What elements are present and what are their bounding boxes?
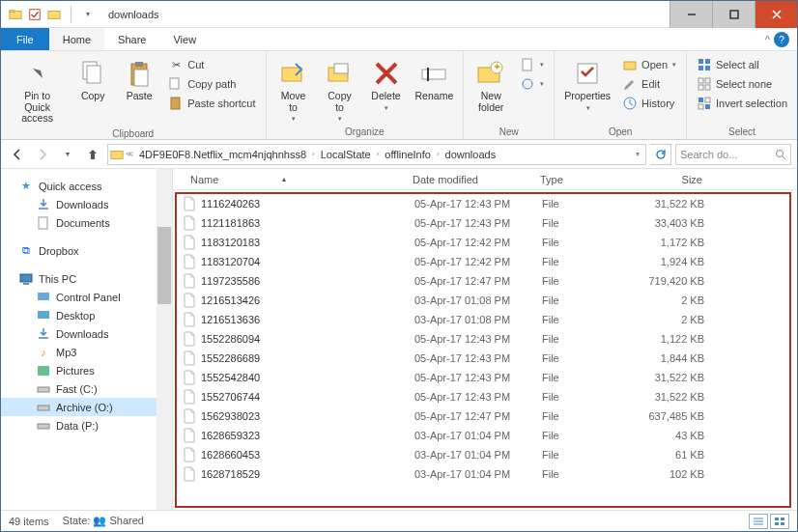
sidebar-data-drive[interactable]: Data (P:) — [1, 416, 172, 434]
copy-to-button[interactable]: Copy to▾ — [319, 56, 361, 125]
col-name[interactable]: Name▴ — [173, 174, 413, 185]
view-large-button[interactable] — [770, 514, 789, 529]
select-none-button[interactable]: Select none — [693, 75, 791, 93]
file-row[interactable]: 155270674405-Apr-17 12:43 PMFile31,522 K… — [177, 387, 789, 406]
file-row[interactable]: 119723558605-Apr-17 12:47 PMFile719,420 … — [177, 271, 789, 291]
sidebar-dropbox[interactable]: ⧉Dropbox — [1, 241, 172, 260]
file-row[interactable]: 162866045303-Apr-17 01:04 PMFile61 KB — [177, 445, 789, 464]
copy-icon — [77, 58, 108, 89]
forward-button[interactable] — [32, 144, 53, 165]
path-box[interactable]: ≪ 4DF9E0F8.Netflix_mcm4njqhnhss8› LocalS… — [107, 144, 646, 165]
cut-button[interactable]: ✂Cut — [164, 56, 259, 73]
dropdown-qa-icon[interactable]: ▾ — [81, 8, 95, 21]
properties-button[interactable]: Properties▾ — [560, 56, 614, 114]
sidebar-downloads[interactable]: Downloads📌 — [1, 195, 172, 213]
up-button[interactable] — [82, 144, 103, 165]
minimize-button[interactable] — [670, 1, 712, 28]
copy-path-button[interactable]: Copy path — [164, 75, 259, 93]
file-row[interactable]: 112118186305-Apr-17 12:43 PMFile33,403 K… — [177, 213, 789, 233]
file-row[interactable]: 111624026305-Apr-17 12:43 PMFile31,522 K… — [177, 194, 789, 213]
file-row[interactable]: 155228668905-Apr-17 12:43 PMFile1,844 KB — [177, 349, 789, 368]
paste-shortcut-button[interactable]: Paste shortcut — [164, 95, 259, 112]
sidebar-documents[interactable]: Documents📌 — [1, 213, 172, 232]
file-row[interactable]: 162865932303-Apr-17 01:04 PMFile43 KB — [177, 426, 789, 445]
sidebar-fast-drive[interactable]: Fast (C:) — [1, 379, 172, 398]
col-size[interactable]: Size — [623, 174, 720, 185]
svg-rect-55 — [775, 522, 779, 525]
file-row[interactable]: 156293802305-Apr-17 12:47 PMFile637,485 … — [177, 406, 789, 426]
file-row[interactable]: 118312018305-Apr-17 12:42 PMFile1,172 KB — [177, 233, 789, 252]
file-row[interactable]: 121651363603-Apr-17 01:08 PMFile2 KB — [177, 310, 789, 329]
back-button[interactable] — [7, 144, 28, 165]
svg-rect-35 — [705, 104, 710, 109]
tab-view[interactable]: View — [159, 28, 210, 50]
file-type: File — [542, 294, 625, 306]
path-seg-3[interactable]: downloads — [442, 149, 500, 160]
file-size: 31,522 KB — [625, 391, 722, 403]
sidebar-downloads2[interactable]: Downloads — [1, 324, 172, 343]
svg-rect-7 — [87, 66, 100, 83]
file-menu[interactable]: File — [1, 28, 49, 50]
delete-button[interactable]: Delete▾ — [365, 56, 408, 114]
open-button[interactable]: Open▾ — [618, 56, 680, 73]
path-seg-1[interactable]: LocalState — [317, 149, 375, 160]
new-folder-button[interactable]: ✦ New folder — [470, 56, 512, 115]
file-icon — [183, 312, 196, 327]
sidebar-archive-drive[interactable]: Archive (O:) — [1, 398, 172, 416]
invert-selection-button[interactable]: Invert selection — [693, 95, 791, 112]
file-icon — [183, 254, 196, 269]
file-name: 1183120704 — [201, 256, 260, 267]
col-date[interactable]: Date modified — [413, 174, 540, 185]
view-details-button[interactable] — [749, 514, 768, 529]
file-icon — [183, 408, 196, 424]
help-icon[interactable]: ? — [774, 32, 789, 47]
move-to-button[interactable]: Move to▾ — [272, 56, 315, 125]
tab-share[interactable]: Share — [104, 28, 159, 50]
file-row[interactable]: 155228609405-Apr-17 12:43 PMFile1,122 KB — [177, 329, 789, 349]
tab-home[interactable]: Home — [49, 28, 104, 50]
search-input[interactable]: Search do... — [675, 144, 791, 165]
svg-rect-29 — [705, 66, 710, 70]
path-seg-2[interactable]: offlineInfo — [381, 149, 435, 160]
col-type[interactable]: Type — [540, 174, 623, 185]
close-button[interactable] — [755, 1, 797, 28]
recent-button[interactable]: ▾ — [57, 144, 78, 165]
sidebar-mp3[interactable]: ♪Mp3 — [1, 343, 172, 361]
refresh-button[interactable] — [650, 144, 671, 165]
sidebar-scrollbar[interactable] — [157, 169, 172, 510]
file-list[interactable]: 111624026305-Apr-17 12:43 PMFile31,522 K… — [177, 194, 789, 506]
qa-save-icon[interactable] — [28, 8, 42, 21]
new-item-button[interactable]: ▾ — [516, 56, 548, 73]
svg-rect-47 — [38, 387, 49, 392]
file-date: 05-Apr-17 12:43 PM — [414, 333, 542, 345]
maximize-button[interactable] — [712, 1, 755, 28]
path-seg-0[interactable]: 4DF9E0F8.Netflix_mcm4njqhnhss8 — [135, 149, 310, 160]
file-size: 102 KB — [625, 468, 722, 480]
paste-button[interactable]: Paste — [118, 56, 160, 104]
file-type: File — [542, 237, 625, 248]
sidebar-pictures[interactable]: Pictures — [1, 361, 172, 379]
file-name: 1116240263 — [201, 198, 260, 210]
sidebar-desktop[interactable]: Desktop — [1, 306, 172, 324]
file-row[interactable]: 121651342603-Apr-17 01:08 PMFile2 KB — [177, 291, 789, 310]
sidebar-this-pc[interactable]: This PC — [1, 269, 172, 288]
paste-icon — [124, 58, 155, 89]
easy-access-button[interactable]: ▾ — [516, 75, 548, 93]
file-row[interactable]: 162871852903-Apr-17 01:04 PMFile102 KB — [177, 464, 789, 484]
sidebar-quick-access[interactable]: ★Quick access — [1, 177, 172, 195]
pin-quick-access-button[interactable]: Pin to Quick access — [7, 56, 68, 126]
documents-icon — [36, 215, 51, 231]
qa-folder-icon[interactable] — [47, 8, 61, 21]
sidebar-control-panel[interactable]: Control Panel — [1, 288, 172, 306]
copy-button[interactable]: Copy — [71, 56, 114, 104]
collapse-ribbon-icon[interactable]: ^ — [765, 34, 770, 45]
file-date: 05-Apr-17 12:42 PM — [414, 237, 542, 248]
group-clipboard-label: Clipboard — [7, 126, 260, 141]
rename-button[interactable]: Rename — [412, 56, 458, 104]
file-icon — [183, 370, 196, 385]
history-button[interactable]: History — [618, 95, 680, 112]
select-all-button[interactable]: Select all — [693, 56, 791, 73]
edit-button[interactable]: Edit — [618, 75, 680, 93]
file-row[interactable]: 118312070405-Apr-17 12:42 PMFile1,924 KB — [177, 252, 789, 271]
file-row[interactable]: 155254284005-Apr-17 12:43 PMFile31,522 K… — [177, 368, 789, 387]
